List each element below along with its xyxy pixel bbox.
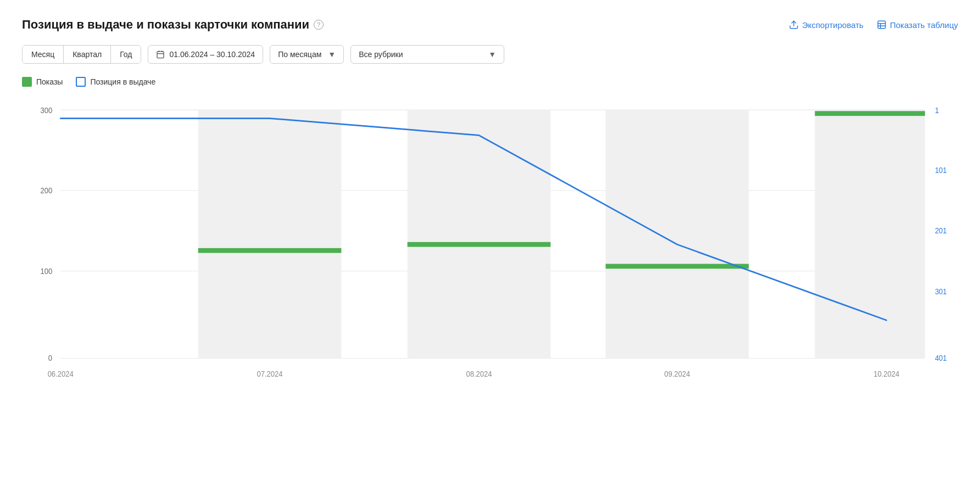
page-title: Позиция в выдаче и показы карточки компа… xyxy=(22,18,309,32)
tab-month[interactable]: Месяц xyxy=(23,46,64,63)
rubrics-value: Все рубрики xyxy=(359,50,403,59)
chart-container: 300 200 100 0 1 101 201 301 401 xyxy=(22,98,958,389)
chart-svg: 300 200 100 0 1 101 201 301 401 xyxy=(22,98,958,389)
grouping-dropdown[interactable]: По месяцам ▼ xyxy=(270,45,344,64)
legend-impressions: Показы xyxy=(22,77,63,87)
period-tabs: Месяц Квартал Год xyxy=(22,45,141,64)
svg-rect-5 xyxy=(157,52,164,58)
bar-09 xyxy=(605,110,749,359)
svg-text:101: 101 xyxy=(935,166,947,175)
svg-text:07.2024: 07.2024 xyxy=(257,370,283,378)
rubrics-dropdown[interactable]: Все рубрики ▼ xyxy=(350,45,504,64)
impressions-label: Показы xyxy=(36,77,63,86)
header-actions: Экспортировать Показать таблицу xyxy=(789,20,958,30)
tab-year[interactable]: Год xyxy=(111,46,141,63)
page-header: Позиция в выдаче и показы карточки компа… xyxy=(22,18,958,32)
impressions-bar-08 xyxy=(408,242,551,247)
bar-08 xyxy=(408,110,551,359)
svg-text:06.2024: 06.2024 xyxy=(48,370,74,378)
grouping-value: По месяцам xyxy=(278,50,321,59)
bar-10 xyxy=(815,110,925,359)
position-icon xyxy=(76,77,86,87)
tab-quarter[interactable]: Квартал xyxy=(64,46,111,63)
show-table-button[interactable]: Показать таблицу xyxy=(877,20,958,30)
svg-text:300: 300 xyxy=(40,106,52,115)
impressions-bar-07 xyxy=(198,248,342,253)
controls-row: Месяц Квартал Год 01.06.2024 – 30.10.202… xyxy=(22,45,958,64)
date-range-value: 01.06.2024 – 30.10.2024 xyxy=(169,50,255,59)
svg-text:1: 1 xyxy=(935,106,939,115)
export-icon xyxy=(789,20,799,30)
legend-position: Позиция в выдаче xyxy=(76,77,155,87)
position-label: Позиция в выдаче xyxy=(90,77,155,86)
svg-text:09.2024: 09.2024 xyxy=(664,370,690,378)
rubrics-arrow: ▼ xyxy=(488,50,496,59)
calendar-icon xyxy=(156,50,165,59)
svg-text:08.2024: 08.2024 xyxy=(466,370,492,378)
bar-07 xyxy=(198,110,342,359)
svg-rect-1 xyxy=(878,21,886,29)
title-area: Позиция в выдаче и показы карточки компа… xyxy=(22,18,324,32)
impressions-bar-09 xyxy=(605,264,749,269)
svg-text:0: 0 xyxy=(48,354,53,363)
svg-text:401: 401 xyxy=(935,354,947,363)
svg-text:100: 100 xyxy=(40,267,52,276)
svg-text:201: 201 xyxy=(935,227,947,236)
svg-text:301: 301 xyxy=(935,287,947,296)
help-icon[interactable]: ? xyxy=(314,20,324,30)
export-button[interactable]: Экспортировать xyxy=(789,20,864,30)
date-range-picker[interactable]: 01.06.2024 – 30.10.2024 xyxy=(148,45,263,64)
impressions-bar-10 xyxy=(815,111,925,116)
svg-text:200: 200 xyxy=(40,187,52,195)
grouping-arrow: ▼ xyxy=(328,50,336,59)
legend-row: Показы Позиция в выдаче xyxy=(22,77,958,87)
impressions-icon xyxy=(22,77,32,87)
table-icon xyxy=(877,20,887,30)
svg-text:10.2024: 10.2024 xyxy=(873,370,899,378)
